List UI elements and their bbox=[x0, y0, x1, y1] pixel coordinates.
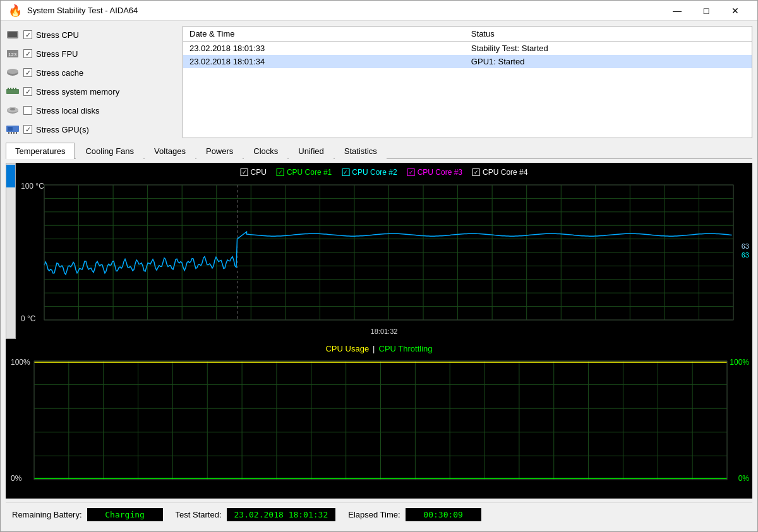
title-bar: 🔥 System Stability Test - AIDA64 — □ ✕ bbox=[1, 1, 757, 21]
stress-cache-checkbox[interactable] bbox=[23, 68, 32, 77]
legend-core4-checkbox[interactable]: ✓ bbox=[472, 168, 480, 176]
y-min-label: 0 °C bbox=[21, 314, 35, 323]
stress-disks-item: Stress local disks bbox=[6, 102, 176, 119]
legend-core1-checkbox[interactable]: ✓ bbox=[277, 168, 284, 176]
log-row-1: 23.02.2018 18:01:33 Stability Test: Star… bbox=[183, 42, 752, 56]
svg-rect-16 bbox=[8, 132, 9, 134]
tab-voltages[interactable]: Voltages bbox=[145, 143, 195, 159]
svg-rect-8 bbox=[10, 88, 11, 90]
svg-point-13 bbox=[10, 108, 15, 110]
stress-cpu-label: Stress CPU bbox=[36, 30, 79, 40]
window-controls: — □ ✕ bbox=[663, 1, 750, 20]
legend-core3-checkbox[interactable]: ✓ bbox=[407, 168, 415, 176]
checkboxes-panel: Stress CPU 123 Stress FPU Stress ca bbox=[6, 26, 176, 138]
test-started-item: Test Started: 23.02.2018 18:01:32 bbox=[176, 508, 336, 521]
scroll-thumb[interactable] bbox=[6, 165, 15, 187]
usage-end-max: 100% bbox=[730, 358, 749, 367]
fpu-icon: 123 bbox=[6, 49, 20, 59]
log-header-datetime: Date & Time bbox=[183, 27, 465, 42]
end-values: 63 63 bbox=[742, 242, 749, 259]
test-started-value: 23.02.2018 18:01:32 bbox=[227, 508, 336, 521]
window-title: System Stability Test - AIDA64 bbox=[27, 6, 138, 15]
stress-cpu-item: Stress CPU bbox=[6, 26, 176, 44]
main-window: 🔥 System Stability Test - AIDA64 — □ ✕ S… bbox=[0, 0, 758, 532]
stress-gpu-item: Stress GPU(s) bbox=[6, 121, 176, 138]
end-value-63b: 63 bbox=[742, 251, 749, 259]
usage-canvas bbox=[6, 339, 752, 499]
stress-gpu-checkbox[interactable] bbox=[23, 125, 32, 134]
legend-core2-checkbox[interactable]: ✓ bbox=[342, 168, 349, 176]
separator: | bbox=[373, 344, 375, 353]
battery-label: Remaining Battery: bbox=[12, 510, 82, 519]
gpu-icon bbox=[6, 124, 20, 134]
y-max-label: 100 °C bbox=[21, 182, 44, 191]
cpu-throttling-label: CPU Throttling bbox=[379, 344, 433, 353]
svg-rect-19 bbox=[16, 132, 17, 134]
stress-fpu-checkbox[interactable] bbox=[23, 49, 32, 58]
maximize-button[interactable]: □ bbox=[692, 1, 721, 20]
bottom-bar: Remaining Battery: Charging Test Started… bbox=[6, 502, 752, 526]
svg-rect-7 bbox=[8, 88, 9, 90]
usage-end-min: 0% bbox=[738, 474, 749, 483]
legend-core4-label: CPU Core #4 bbox=[483, 168, 527, 177]
elapsed-value: 00:30:09 bbox=[406, 508, 481, 521]
elapsed-label: Elapsed Time: bbox=[348, 510, 400, 519]
stress-cpu-checkbox[interactable] bbox=[23, 30, 32, 39]
stress-memory-checkbox[interactable] bbox=[23, 87, 32, 96]
stress-gpu-label: Stress GPU(s) bbox=[36, 125, 89, 134]
temperature-chart: ✓ CPU ✓ CPU Core #1 ✓ CPU Core #2 ✓ bbox=[16, 163, 752, 339]
tab-temperatures[interactable]: Temperatures bbox=[6, 143, 75, 159]
chart-legend: ✓ CPU ✓ CPU Core #1 ✓ CPU Core #2 ✓ bbox=[241, 168, 528, 177]
legend-cpu-checkbox[interactable]: ✓ bbox=[241, 168, 248, 176]
svg-text:123: 123 bbox=[8, 52, 17, 57]
legend-cpu-core3: ✓ CPU Core #3 bbox=[407, 168, 462, 177]
tab-unified[interactable]: Unified bbox=[289, 143, 333, 159]
svg-rect-9 bbox=[13, 88, 14, 90]
log-table: Date & Time Status 23.02.2018 18:01:33 S… bbox=[183, 26, 752, 138]
disk-icon bbox=[6, 105, 20, 115]
tab-powers[interactable]: Powers bbox=[196, 143, 243, 159]
content-area: Stress CPU 123 Stress FPU Stress ca bbox=[1, 21, 757, 531]
cpu-icon bbox=[6, 30, 20, 40]
svg-rect-18 bbox=[13, 132, 15, 134]
scrollbar[interactable] bbox=[6, 163, 16, 339]
legend-core3-label: CPU Core #3 bbox=[418, 168, 462, 177]
tab-cooling-fans[interactable]: Cooling Fans bbox=[76, 143, 143, 159]
stress-memory-label: Stress system memory bbox=[36, 87, 119, 97]
test-started-label: Test Started: bbox=[176, 510, 222, 519]
legend-cpu-core2: ✓ CPU Core #2 bbox=[342, 168, 397, 177]
temp-canvas bbox=[16, 163, 752, 339]
cpu-usage-chart: CPU Usage | CPU Throttling 100% 0% 100% … bbox=[6, 339, 752, 499]
legend-core1-label: CPU Core #1 bbox=[287, 168, 332, 177]
legend-cpu-core1: ✓ CPU Core #1 bbox=[277, 168, 332, 177]
top-section: Stress CPU 123 Stress FPU Stress ca bbox=[6, 26, 752, 138]
stress-fpu-item: 123 Stress FPU bbox=[6, 45, 176, 62]
stress-fpu-label: Stress FPU bbox=[36, 49, 78, 59]
stress-cache-item: Stress cache bbox=[6, 64, 176, 81]
svg-rect-17 bbox=[11, 132, 12, 134]
stress-disks-label: Stress local disks bbox=[36, 106, 99, 115]
legend-core2-label: CPU Core #2 bbox=[352, 168, 397, 177]
close-button[interactable]: ✕ bbox=[721, 1, 750, 20]
log-status-1: Stability Test: Started bbox=[465, 42, 752, 56]
battery-item: Remaining Battery: Charging bbox=[12, 508, 163, 521]
end-value-63: 63 bbox=[742, 242, 749, 250]
log-status-2: GPU1: Started bbox=[465, 55, 752, 68]
stress-memory-item: Stress system memory bbox=[6, 83, 176, 100]
svg-point-5 bbox=[7, 69, 18, 74]
tab-clocks[interactable]: Clocks bbox=[244, 143, 287, 159]
x-time-label: 18:01:32 bbox=[371, 328, 398, 335]
legend-cpu-label: CPU bbox=[251, 168, 267, 177]
log-header-status: Status bbox=[465, 27, 752, 42]
stress-disks-checkbox[interactable] bbox=[23, 106, 32, 115]
svg-rect-1 bbox=[8, 32, 17, 37]
usage-y-max: 100% bbox=[11, 358, 30, 367]
elapsed-item: Elapsed Time: 00:30:09 bbox=[348, 508, 481, 521]
app-icon: 🔥 bbox=[8, 4, 22, 18]
legend-cpu: ✓ CPU bbox=[241, 168, 267, 177]
stress-cache-label: Stress cache bbox=[36, 68, 83, 78]
minimize-button[interactable]: — bbox=[663, 1, 692, 20]
tab-statistics[interactable]: Statistics bbox=[335, 143, 387, 159]
log-row-2: 23.02.2018 18:01:34 GPU1: Started bbox=[183, 55, 752, 68]
log-datetime-1: 23.02.2018 18:01:33 bbox=[183, 42, 465, 56]
